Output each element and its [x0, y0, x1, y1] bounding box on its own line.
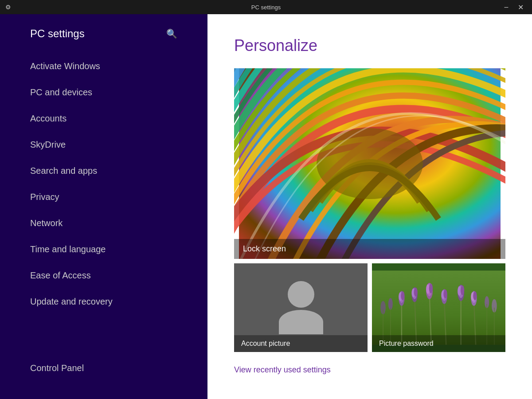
svg-point-21	[429, 284, 433, 293]
sidebar-item-accounts[interactable]: Accounts	[30, 106, 177, 132]
lock-screen-tile[interactable]: Lock screen	[234, 68, 505, 259]
window-title: PC settings	[251, 4, 281, 11]
account-picture-label: Account picture	[234, 335, 368, 352]
sidebar-header: PC settings 🔍	[0, 14, 207, 53]
sidebar-item-pc-and-devices[interactable]: PC and devices	[30, 79, 177, 106]
title-bar: ⚙ PC settings – ✕	[0, 0, 532, 14]
title-bar-controls: – ✕	[500, 1, 527, 13]
picture-password-tile[interactable]: Picture password	[372, 263, 505, 352]
sidebar-nav: Activate Windows PC and devices Accounts…	[0, 53, 207, 315]
lock-screen-label: Lock screen	[234, 239, 505, 259]
sidebar-item-search-and-apps[interactable]: Search and apps	[30, 158, 177, 184]
search-icon[interactable]: 🔍	[166, 28, 177, 39]
tiles-row: Account picture	[234, 263, 505, 352]
sidebar-item-network[interactable]: Network	[30, 210, 177, 236]
minimize-button[interactable]: –	[500, 1, 512, 13]
svg-point-29	[461, 286, 464, 295]
svg-point-13	[401, 291, 404, 300]
svg-point-17	[414, 288, 417, 297]
sidebar-title: PC settings	[30, 27, 85, 40]
content-area: Personalize	[207, 14, 532, 399]
sidebar-item-privacy[interactable]: Privacy	[30, 184, 177, 210]
gear-icon: ⚙	[5, 4, 11, 11]
account-picture-tile[interactable]: Account picture	[234, 263, 368, 352]
sidebar-item-control-panel[interactable]: Control Panel	[30, 355, 177, 381]
sidebar-item-time-and-language[interactable]: Time and language	[30, 236, 177, 262]
sidebar: PC settings 🔍 Activate Windows PC and de…	[0, 14, 207, 399]
main-container: PC settings 🔍 Activate Windows PC and de…	[0, 14, 532, 399]
sidebar-item-skydrive[interactable]: SkyDrive	[30, 132, 177, 158]
page-title: Personalize	[234, 36, 505, 55]
title-bar-left: ⚙	[5, 4, 11, 11]
sidebar-item-ease-of-access[interactable]: Ease of Access	[30, 262, 177, 289]
svg-point-33	[473, 291, 477, 300]
picture-password-label: Picture password	[372, 335, 505, 352]
sidebar-item-activate-windows[interactable]: Activate Windows	[30, 53, 177, 79]
view-recent-link[interactable]: View recently used settings	[234, 365, 331, 374]
svg-point-25	[443, 289, 447, 298]
avatar-body	[279, 310, 323, 334]
sidebar-item-update-and-recovery[interactable]: Update and recovery	[30, 289, 177, 315]
sidebar-bottom: Control Panel	[0, 355, 207, 399]
avatar	[279, 281, 323, 334]
avatar-head	[288, 281, 314, 308]
lock-screen-image	[234, 68, 505, 259]
close-button[interactable]: ✕	[514, 1, 527, 13]
